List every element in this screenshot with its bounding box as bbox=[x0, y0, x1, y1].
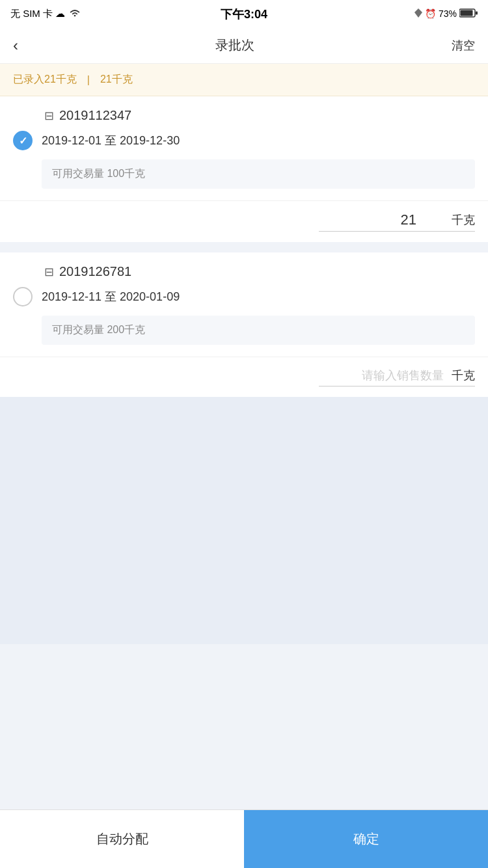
batch-1-id: 2019112347 bbox=[59, 108, 131, 123]
card-separator-1 bbox=[0, 242, 488, 252]
clear-button[interactable]: 清空 bbox=[452, 38, 475, 53]
batch-1-underline-container bbox=[0, 231, 488, 242]
batch-2-underline bbox=[319, 386, 475, 387]
status-right: ⏰ 73% bbox=[414, 8, 478, 20]
back-button[interactable]: ‹ bbox=[13, 36, 18, 55]
batch-2-quantity-container: 千克 bbox=[0, 357, 488, 397]
batch-2-date-row[interactable]: ✓ 2019-12-11 至 2020-01-09 bbox=[13, 287, 475, 306]
batch-1-qrow: 21 千克 bbox=[0, 201, 488, 231]
batch-1-quantity-container: 21 千克 bbox=[0, 200, 488, 242]
svg-rect-1 bbox=[461, 10, 473, 16]
status-left: 无 SIM 卡 ☁ bbox=[10, 8, 81, 20]
batch-2-quantity-input[interactable] bbox=[293, 369, 444, 383]
batch-1-header: ⊟ 2019112347 bbox=[44, 108, 475, 123]
batch-1-quantity-value: 21 bbox=[401, 211, 416, 228]
batch-1-check-icon: ✓ bbox=[19, 135, 27, 147]
confirm-button[interactable]: 确定 bbox=[244, 810, 488, 868]
batch-1-radio[interactable]: ✓ bbox=[13, 131, 33, 150]
banner-divider: | bbox=[87, 74, 90, 86]
batch-2-available-text: 可用交易量 200千克 bbox=[52, 324, 145, 335]
info-banner: 已录入21千克 | 21千克 bbox=[0, 64, 488, 96]
batch-2-underline-container bbox=[0, 386, 488, 397]
recorded-amount-value: 21千克 bbox=[100, 73, 133, 87]
batch-2-id: 2019126781 bbox=[59, 264, 131, 279]
status-time: 下午3:04 bbox=[221, 7, 267, 22]
recorded-amount-label: 已录入21千克 bbox=[13, 73, 77, 87]
batch-1-available: 可用交易量 100千克 bbox=[42, 159, 475, 189]
no-sim-text: 无 SIM 卡 ☁ bbox=[10, 8, 65, 20]
battery-icon bbox=[459, 8, 478, 20]
batch-2-qrow: 千克 bbox=[0, 357, 488, 386]
batch-1-date: 2019-12-01 至 2019-12-30 bbox=[42, 133, 180, 148]
batch-2-radio[interactable]: ✓ bbox=[13, 287, 33, 306]
batch-1-id-icon: ⊟ bbox=[44, 109, 54, 123]
batch-1-underline bbox=[319, 231, 475, 232]
battery-percent: 73% bbox=[439, 8, 457, 19]
empty-area bbox=[0, 397, 488, 644]
batch-2-header: ⊟ 2019126781 bbox=[44, 264, 475, 279]
page-title: 录批次 bbox=[215, 36, 254, 54]
batch-card-2: ⊟ 2019126781 ✓ 2019-12-11 至 2020-01-09 可… bbox=[0, 252, 488, 397]
nav-bar: ‹ 录批次 清空 bbox=[0, 27, 488, 64]
batch-1-quantity-unit: 千克 bbox=[452, 212, 475, 228]
batch-1-available-text: 可用交易量 100千克 bbox=[52, 168, 145, 179]
batch-card-1: ⊟ 2019112347 ✓ 2019-12-01 至 2019-12-30 可… bbox=[0, 96, 488, 242]
batch-2-id-icon: ⊟ bbox=[44, 265, 54, 279]
batch-2-date: 2019-12-11 至 2020-01-09 bbox=[42, 289, 180, 305]
batch-2-quantity-unit: 千克 bbox=[452, 368, 475, 383]
bottom-bar: 自动分配 确定 bbox=[0, 809, 488, 868]
batch-1-date-row[interactable]: ✓ 2019-12-01 至 2019-12-30 bbox=[13, 131, 475, 150]
location-icon bbox=[414, 8, 422, 20]
status-bar: 无 SIM 卡 ☁ 下午3:04 ⏰ 73% bbox=[0, 0, 488, 27]
batch-2-available: 可用交易量 200千克 bbox=[42, 316, 475, 345]
alarm-icon: ⏰ bbox=[425, 8, 436, 19]
wifi-icon bbox=[69, 8, 81, 20]
auto-distribute-button[interactable]: 自动分配 bbox=[0, 810, 244, 868]
svg-rect-2 bbox=[476, 11, 478, 14]
